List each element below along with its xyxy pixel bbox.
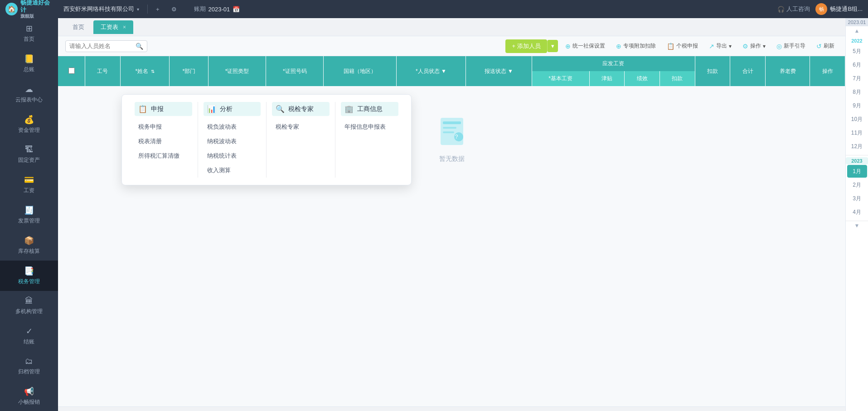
sidebar-item-cloud-report[interactable]: ☁ 云报表中心 — [0, 79, 58, 109]
sidebar-item-ledger[interactable]: 📒 总账 — [0, 48, 58, 79]
cal-month-2022-11[interactable]: 11月 — [847, 126, 867, 139]
business-info-header: 🏢 工商信息 — [341, 102, 399, 116]
support-button[interactable]: 🎧 人工咨询 — [777, 5, 810, 13]
cal-month-2022-07[interactable]: 7月 — [847, 72, 867, 85]
th-performance: 绩效 — [625, 71, 660, 86]
sidebar-item-multi-org[interactable]: 🏛 多机构管理 — [0, 291, 58, 321]
sidebar-label-cloud-report: 云报表中心 — [15, 96, 43, 104]
add-person-button-wrap: + 添加人员 ▾ — [505, 39, 558, 53]
cal-month-2023-01[interactable]: 1月 — [847, 165, 867, 178]
dropdown-grid: 📋 申报 税务申报 税表清册 所得税汇算清缴 📊 分析 — [129, 102, 404, 178]
select-all-checkbox[interactable] — [68, 68, 75, 74]
add-person-dropdown-button[interactable]: ▾ — [547, 40, 558, 52]
tab-salary[interactable]: 工资表 × — [93, 20, 133, 34]
business-info-title: 工商信息 — [357, 105, 383, 113]
operation-label: 操作 — [750, 42, 761, 50]
th-deduct: 扣款 — [695, 56, 730, 86]
add-button[interactable]: + — [152, 4, 163, 15]
main-layout: ⊞ 首页 📒 总账 ☁ 云报表中心 💰 资金管理 🏗 固定资产 💳 工资 🧾 发… — [0, 18, 868, 411]
special-deduction-label: 专项附加扣除 — [623, 42, 656, 50]
period-label: 账期 — [194, 5, 206, 13]
analysis-icon: 📊 — [207, 105, 216, 113]
multi-org-icon: 🏛 — [25, 296, 33, 306]
dropdown-item-income-calc[interactable]: 收入测算 — [204, 163, 261, 178]
dropdown-item-tax-form[interactable]: 税表清册 — [135, 134, 192, 149]
dropdown-item-annual-report[interactable]: 年报信息申报表 — [341, 120, 399, 134]
cal-up-button[interactable]: ▲ — [850, 26, 864, 35]
sidebar-item-fixed-assets[interactable]: 🏗 固定资产 — [0, 140, 58, 169]
th-work-id: 工号 — [85, 56, 121, 86]
add-person-button[interactable]: + 添加人员 — [505, 39, 547, 53]
cal-month-2023-03[interactable]: 3月 — [847, 192, 867, 205]
refresh-label: 刷新 — [824, 42, 834, 50]
th-allowance: 津贴 — [589, 71, 625, 86]
export-button[interactable]: ↗ 导出 ▾ — [705, 40, 735, 52]
svg-rect-1 — [443, 121, 461, 124]
cal-month-2022-05[interactable]: 5月 — [847, 45, 867, 58]
tax-expert-title: 税检专家 — [288, 105, 314, 113]
new-guide-button[interactable]: ◎ 新手引导 — [773, 40, 809, 52]
user-area[interactable]: 畅 畅捷通B组... — [815, 3, 863, 15]
tax-return-button[interactable]: 📋 个税申报 — [663, 40, 702, 52]
th-checkbox — [58, 56, 85, 86]
sidebar-item-xiaochang[interactable]: 📢 小畅报销 — [0, 381, 58, 411]
logo-icon: 🏠 — [5, 3, 18, 15]
tab-home[interactable]: 首页 — [65, 20, 92, 34]
dropdown-item-tax-check[interactable]: 税检专家 — [272, 120, 330, 134]
cal-year-2023-section: 2023 1月 2月 3月 4月 — [846, 155, 868, 221]
logo-main: 畅捷通好会计 — [20, 0, 55, 14]
logo-text: 畅捷通好会计 旗舰版 — [20, 0, 55, 19]
sidebar-item-tax[interactable]: 📑 税务管理 — [0, 261, 58, 291]
sidebar-item-invoice[interactable]: 🧾 发票管理 — [0, 200, 58, 230]
cal-year-2022-label: 2022 — [849, 37, 864, 44]
svg-rect-2 — [443, 127, 456, 129]
settings-button[interactable]: ⚙ — [168, 4, 180, 15]
special-deduction-icon: ⊕ — [616, 43, 621, 50]
search-icon: 🔍 — [136, 43, 143, 50]
tab-close-icon[interactable]: × — [123, 24, 126, 30]
special-deduction-button[interactable]: ⊕ 专项附加扣除 — [612, 40, 659, 52]
sidebar-label-tax: 税务管理 — [18, 278, 40, 285]
dropdown-col-declaration: 📋 申报 税务申报 税表清册 所得税汇算清缴 — [129, 102, 198, 178]
calendar-icon[interactable]: 📅 — [233, 6, 240, 13]
search-input[interactable] — [69, 43, 133, 49]
operation-button[interactable]: ⚙ 操作 ▾ — [739, 40, 769, 52]
refresh-button[interactable]: ↺ 刷新 — [813, 40, 838, 52]
xiaochang-icon: 📢 — [24, 387, 34, 396]
company-select[interactable]: 西安虾米网络科技有限公司 ▾ — [60, 3, 143, 15]
sidebar-item-inventory[interactable]: 📦 库存核算 — [0, 230, 58, 261]
chevron-down-icon: ▾ — [137, 7, 139, 12]
declaration-title: 申报 — [151, 105, 164, 113]
sidebar-item-archive[interactable]: 🗂 归档管理 — [0, 351, 58, 381]
cal-down-button[interactable]: ▼ — [850, 221, 864, 230]
dropdown-item-income-tax-calc[interactable]: 所得税汇算清缴 — [135, 149, 192, 163]
empty-icon: ? — [434, 113, 470, 150]
sidebar-item-salary[interactable]: 💳 工资 — [0, 169, 58, 200]
dropdown-col-business-info: 🏢 工商信息 年报信息申报表 — [335, 102, 404, 178]
cal-month-2023-04[interactable]: 4月 — [847, 206, 867, 218]
sidebar-item-checkout[interactable]: ✓ 结账 — [0, 321, 58, 351]
sidebar-label-ledger: 总账 — [24, 66, 34, 73]
business-info-icon: 🏢 — [344, 105, 354, 113]
dropdown-col-analysis: 📊 分析 税负波动表 纳税波动表 纳税统计表 收入测算 — [198, 102, 267, 178]
dropdown-item-tax-burden[interactable]: 税负波动表 — [204, 120, 261, 134]
sidebar-item-fund[interactable]: 💰 资金管理 — [0, 109, 58, 140]
cal-month-2022-12[interactable]: 12月 — [847, 140, 867, 153]
sidebar-label-xiaochang: 小畅报销 — [18, 398, 40, 406]
sidebar-label-fund: 资金管理 — [18, 126, 40, 134]
cal-month-2022-08[interactable]: 8月 — [847, 86, 867, 98]
table-scrollbar[interactable] — [58, 406, 845, 411]
tax-return-label: 个税申报 — [676, 42, 698, 50]
social-security-button[interactable]: ⊕ 统一社保设置 — [562, 40, 609, 52]
dropdown-item-tax-stats[interactable]: 纳税统计表 — [204, 149, 261, 163]
th-payroll-group: 应发工资 — [532, 56, 695, 71]
social-security-label: 统一社保设置 — [572, 42, 605, 50]
cal-month-2022-09[interactable]: 9月 — [847, 99, 867, 112]
dropdown-item-tax-payment[interactable]: 纳税波动表 — [204, 134, 261, 149]
dropdown-item-tax-declaration[interactable]: 税务申报 — [135, 120, 192, 134]
cal-month-2022-10[interactable]: 10月 — [847, 113, 867, 126]
table-wrap: 工号 *姓名 ⇅ *部门 *证照类型 *证照号码 国籍（地区） *人员状态 ▼ … — [58, 56, 845, 406]
sidebar-item-home[interactable]: ⊞ 首页 — [0, 18, 58, 48]
cal-month-2022-06[interactable]: 6月 — [847, 58, 867, 71]
cal-month-2023-02[interactable]: 2月 — [847, 179, 867, 191]
